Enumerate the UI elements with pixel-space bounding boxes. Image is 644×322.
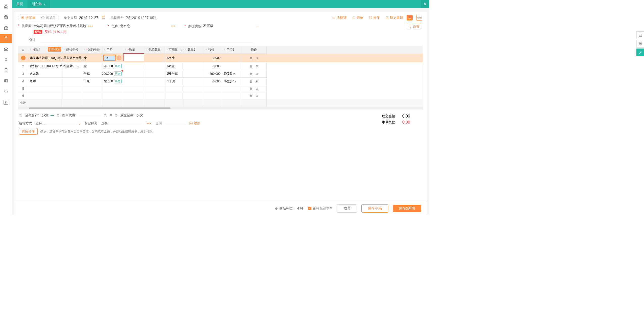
warehouse-label: 仓库 (112, 24, 118, 29)
col-qty[interactable]: *数量 (123, 46, 144, 54)
history-tag[interactable]: 历史 (114, 72, 121, 76)
date-label: 单据日期 (64, 15, 77, 20)
nav-money-icon[interactable]: ¥ (0, 55, 12, 64)
supplier-more-icon[interactable]: ••• (88, 24, 93, 28)
svg-text:¥: ¥ (6, 59, 7, 60)
app-close-icon[interactable]: ✕ (421, 0, 429, 8)
link-history[interactable]: 历史单据 (385, 15, 403, 20)
scan-entry-button[interactable]: 扫码录入 (48, 47, 61, 52)
col-qty2[interactable]: 数量2 (183, 46, 204, 54)
invoice-value[interactable]: 不开票 (203, 24, 213, 28)
row-delete-icon[interactable]: 🗑 (250, 72, 253, 76)
nav-price-icon[interactable]: $ (0, 23, 12, 32)
warehouse-more-icon[interactable]: ••• (170, 24, 176, 28)
link-hotkey[interactable]: 快捷键 (332, 15, 346, 20)
price-input[interactable] (104, 55, 115, 61)
nav-purchase-icon[interactable] (0, 34, 12, 43)
table-h-scrollbar[interactable] (18, 107, 423, 109)
col-unit[interactable]: *采购单位 (82, 46, 102, 54)
rail-expand-icon[interactable]: ⤢ (636, 49, 644, 56)
row-add-icon[interactable]: ⊕ (256, 87, 258, 90)
price-more-icon[interactable]: ⋯ (116, 55, 121, 60)
table-row[interactable]: 6🗑⊕ (18, 92, 423, 99)
row-delete-icon[interactable]: 🗑 (250, 87, 253, 90)
nav-home-icon[interactable] (0, 2, 12, 11)
invoice-caret-icon[interactable]: ⌄ (256, 24, 259, 28)
calendar-icon[interactable] (102, 15, 106, 20)
qty-input[interactable] (123, 53, 144, 61)
pay-method-select[interactable] (36, 121, 76, 125)
link-select-order[interactable]: 选单 (352, 15, 363, 20)
warehouse-value[interactable]: 北京仓 (120, 24, 130, 28)
row-add-icon[interactable]: ⊕ (256, 94, 258, 98)
table-row[interactable]: 4草莓千克40.000历史-9千克0.000小盒(1小🗑⊕ (18, 78, 423, 85)
save-draft-button[interactable]: 保存草稿 (361, 204, 388, 213)
history-tag[interactable]: 历史 (114, 79, 121, 83)
link-operations[interactable]: 操作 (369, 15, 380, 20)
table-row[interactable]: 5🗑⊕ (18, 85, 423, 92)
table-gear-icon[interactable]: ⚙ (18, 46, 28, 54)
date-value[interactable]: 2019-12-27 (79, 16, 98, 20)
order-type-in[interactable]: 进货单 (18, 14, 38, 21)
tab-close-icon[interactable]: × (43, 2, 45, 6)
footer-bar: ⊘ 商品种类：4 种 ✓价格跟踪本单 放弃 保存草稿 保存&新增 (14, 202, 427, 215)
row-add-icon[interactable]: ⊕ (256, 56, 258, 60)
rail-note-icon[interactable]: ▤ (636, 31, 644, 39)
svg-point-16 (410, 27, 411, 27)
deal-label: 成交金额: (120, 113, 134, 118)
row-delete-icon[interactable]: 🗑 (250, 80, 253, 83)
pay-amount-input[interactable] (165, 121, 186, 125)
table-row[interactable]: +华美华夫软饼1200g 糕...早餐休闲食品斤⋯126斤0.000🗑⊕ (18, 54, 423, 62)
tab-home[interactable]: 首页 (12, 0, 28, 8)
nav-gift-icon[interactable] (0, 13, 12, 22)
pay-add-button[interactable]: +添加 (189, 121, 200, 126)
due-amount: 应付: 97101.00 (44, 30, 66, 34)
help-icon[interactable]: ?⃝ (104, 113, 107, 117)
pay-account-more-icon[interactable]: ••• (146, 121, 152, 125)
cost-split-button[interactable]: 费用分摊 (19, 128, 38, 135)
product-kinds: ⊘ 商品种类：4 种 (275, 206, 303, 211)
supplier-value[interactable]: 大连花园口经济区景和水果种植基地 (34, 24, 86, 28)
view-list-icon[interactable]: ☰ (407, 15, 413, 20)
col-spec[interactable]: 规格型号 (62, 46, 82, 54)
view-grid-icon[interactable]: ▭▭ (416, 15, 422, 20)
remark-input[interactable] (41, 37, 253, 43)
row-add-icon[interactable]: ⊕ (256, 64, 258, 68)
col-pack[interactable]: 包装数量 (144, 46, 165, 54)
settings-button[interactable]: 设置 (406, 24, 422, 30)
col-price[interactable]: 单价 (102, 46, 123, 54)
col-quote[interactable]: 报价 (204, 46, 222, 54)
row-delete-icon[interactable]: 🗑 (250, 94, 253, 98)
pay-account-select[interactable] (101, 121, 142, 125)
deal-icon: ⊘ (115, 113, 118, 117)
row-delete-icon[interactable]: 🗑 (250, 56, 253, 60)
save-new-button[interactable]: 保存&新增 (393, 205, 421, 212)
col-unit2[interactable]: 单位2 (222, 46, 241, 54)
nav-warehouse-icon[interactable] (0, 44, 12, 54)
rail-link-icon[interactable]: 𐃏 (636, 40, 644, 48)
price-track-toggle[interactable]: ✓价格跟踪本单 (308, 206, 333, 211)
nav-sync-icon[interactable] (0, 87, 12, 96)
col-avail[interactable]: 可用量（... (165, 46, 183, 54)
table-row[interactable]: 3火龙果千克200.000历史198千克200.000袋(1袋 ≈🗑⊕ (18, 70, 423, 78)
row-add-icon[interactable]: ⊕ (256, 80, 258, 83)
yen-icon: ㊧ (19, 113, 22, 118)
row-add-icon[interactable]: ⊕ (256, 72, 258, 76)
tab-purchase-order[interactable]: 进货单× (28, 0, 50, 8)
nav-new-icon[interactable]: 新 (0, 98, 12, 107)
abandon-button[interactable]: 放弃 (337, 204, 357, 213)
add-row-icon[interactable]: + (21, 56, 26, 60)
history-tag[interactable]: 历史 (114, 64, 121, 68)
nav-clipboard-icon[interactable] (0, 66, 12, 75)
disc-input[interactable] (79, 113, 102, 117)
supplier-label: 供应商 (22, 24, 32, 28)
nav-contact-icon[interactable] (0, 76, 12, 85)
pay-method-label: 结算方式 (19, 121, 32, 126)
order-type-return[interactable]: 退货单 (38, 14, 59, 21)
docno-label: 单据编号 (111, 15, 124, 20)
pay-method-caret-icon[interactable]: ⌄ (78, 121, 81, 125)
row-delete-icon[interactable]: 🗑 (250, 64, 253, 68)
col-product[interactable]: *商品扫码录入 (28, 46, 62, 54)
order-type-segment: 进货单 退货单 (18, 14, 59, 21)
table-row[interactable]: 2费列罗（FERRERO）巧...礼盒装01-...盒26.000历史136盒0… (18, 62, 423, 70)
